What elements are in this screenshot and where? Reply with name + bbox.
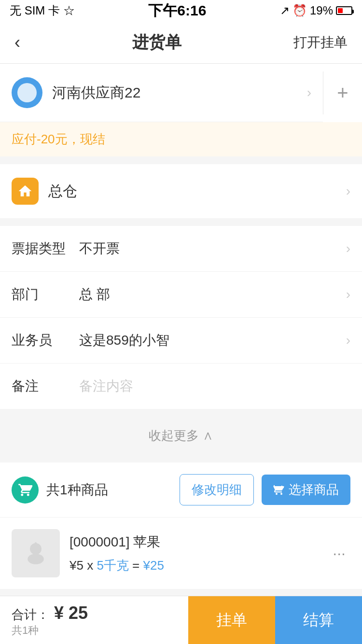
open-hang-button[interactable]: 打开挂单 [293, 33, 348, 52]
product-item: [0000001] 苹果 ¥5 x 5千克 = ¥25 ··· [0, 518, 362, 589]
product-price: ¥5 x 5千克 = ¥25 [70, 557, 328, 574]
total-section: 合计： ¥ 25 共1种 [0, 596, 188, 644]
svg-point-1 [28, 554, 44, 564]
salesperson-row[interactable]: 业务员 这是859的小智 › [0, 318, 362, 364]
invoice-type-value: 不开票 [79, 239, 346, 258]
sim-status: 无 SIM 卡 ☆ [10, 3, 75, 18]
edit-detail-button[interactable]: 修改明细 [180, 474, 254, 505]
total-count: 共1种 [12, 623, 177, 638]
remark-label: 备注 [12, 377, 79, 395]
payment-notice: 应付-20元，现结 [0, 122, 362, 156]
status-bar: 无 SIM 卡 ☆ 下午6:16 ↗ ⏰ 19% [0, 0, 362, 21]
warehouse-icon [12, 178, 39, 205]
salesperson-value: 这是859的小智 [79, 331, 346, 350]
department-value: 总 部 [79, 285, 346, 304]
location-icon: ↗ [280, 4, 290, 17]
product-more-button[interactable]: ··· [328, 540, 350, 567]
hang-button[interactable]: 挂单 [188, 596, 275, 644]
department-row[interactable]: 部门 总 部 › [0, 272, 362, 318]
supplier-name: 河南供应商22 [52, 83, 307, 103]
battery-icon [336, 6, 352, 15]
checkout-button[interactable]: 结算 [275, 596, 362, 644]
warehouse-chevron-icon: › [346, 183, 350, 199]
select-product-button[interactable]: 选择商品 [262, 475, 350, 505]
invoice-chevron-icon: › [346, 241, 350, 256]
status-right: ↗ ⏰ 19% [280, 4, 352, 17]
product-header: 共1种商品 修改明细 选择商品 [0, 462, 362, 518]
back-button[interactable]: ‹ [14, 32, 20, 53]
total-amount-line: 合计： ¥ 25 [12, 603, 177, 623]
battery-level: 19% [310, 4, 333, 17]
bottom-bar: 合计： ¥ 25 共1种 挂单 结算 [0, 596, 362, 644]
salesperson-label: 业务员 [12, 331, 79, 350]
collapse-toggle[interactable]: 收起更多 ∧ [0, 417, 362, 455]
total-amount: ¥ 25 [54, 603, 88, 623]
supplier-chevron-icon: › [307, 85, 311, 100]
product-details: [0000001] 苹果 ¥5 x 5千克 = ¥25 [70, 533, 328, 574]
product-section: 共1种商品 修改明细 选择商品 [0000001] 苹果 ¥5 x 5千克 = … [0, 462, 362, 589]
status-time: 下午6:16 [148, 1, 206, 21]
salesperson-chevron-icon: › [346, 333, 350, 348]
remark-row[interactable]: 备注 备注内容 [0, 364, 362, 409]
supplier-avatar [12, 77, 42, 108]
form-section: 票据类型 不开票 › 部门 总 部 › 业务员 这是859的小智 › 备注 备注… [0, 226, 362, 409]
product-name: [0000001] 苹果 [70, 533, 328, 551]
warehouse-label: 总仓 [48, 182, 346, 201]
department-label: 部门 [12, 285, 79, 304]
page-title: 进货单 [132, 31, 181, 54]
product-count: 共1种商品 [46, 481, 180, 499]
invoice-type-label: 票据类型 [12, 239, 79, 258]
product-icon [12, 476, 39, 504]
nav-bar: ‹ 进货单 打开挂单 [0, 21, 362, 64]
status-left: 无 SIM 卡 ☆ [10, 3, 75, 18]
alarm-icon: ⏰ [292, 4, 307, 17]
department-chevron-icon: › [346, 287, 350, 302]
remark-value: 备注内容 [79, 377, 350, 395]
invoice-type-row[interactable]: 票据类型 不开票 › [0, 226, 362, 272]
select-product-label: 选择商品 [289, 481, 339, 498]
warehouse-section: 总仓 › [0, 164, 362, 218]
add-supplier-button[interactable]: + [323, 64, 362, 122]
svg-rect-2 [35, 542, 37, 545]
total-label: 合计： [12, 606, 49, 623]
warehouse-row[interactable]: 总仓 › [0, 164, 362, 218]
supplier-row[interactable]: 河南供应商22 › [0, 64, 323, 122]
supplier-section: 河南供应商22 › + [0, 64, 362, 122]
product-thumbnail [12, 529, 60, 577]
